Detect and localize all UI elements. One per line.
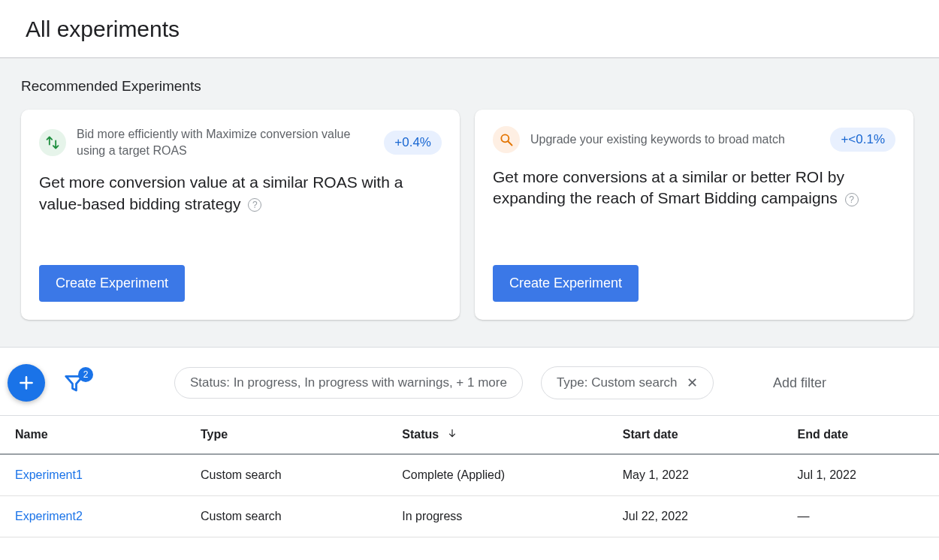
help-icon[interactable]: ? (845, 193, 859, 206)
recommended-heading: Recommended Experiments (21, 78, 918, 95)
card-description-text: Get more conversions at a similar or bet… (493, 168, 844, 206)
add-experiment-button[interactable] (8, 364, 45, 402)
experiment-name-link[interactable]: Experiment2 (0, 496, 190, 537)
card-header: Bid more efficiently with Maximize conve… (39, 126, 442, 158)
experiment-name-link[interactable]: Experiment1 (0, 454, 190, 496)
close-icon[interactable]: ✕ (687, 375, 698, 391)
card-description: Get more conversions at a similar or bet… (493, 167, 895, 209)
help-icon[interactable]: ? (248, 198, 261, 212)
search-icon (493, 126, 520, 153)
filter-chip-type-label: Type: Custom search (557, 375, 678, 390)
recommended-cards: Bid more efficiently with Maximize conve… (21, 110, 918, 320)
col-status[interactable]: Status (391, 416, 612, 455)
recommended-section: Recommended Experiments Bid more efficie… (0, 58, 939, 347)
table-row: Experiment1 Custom search Complete (Appl… (0, 454, 939, 496)
experiment-type: Custom search (190, 454, 391, 496)
card-subtitle: Upgrade your existing keywords to broad … (530, 131, 820, 148)
experiment-start: Jul 22, 2022 (612, 496, 787, 537)
uplift-badge: +<0.1% (830, 128, 895, 152)
create-experiment-button[interactable]: Create Experiment (39, 265, 185, 302)
add-filter-button[interactable]: Add filter (773, 375, 826, 391)
experiment-status: Complete (Applied) (391, 454, 612, 496)
experiment-type: Custom search (190, 496, 391, 537)
experiment-end: Jul 1, 2022 (787, 454, 939, 496)
table-row: Experiment2 Custom search In progress Ju… (0, 496, 939, 537)
svg-line-1 (509, 142, 512, 146)
card-description-text: Get more conversion value at a similar R… (39, 173, 403, 212)
swap-vert-icon (39, 129, 66, 156)
svg-point-0 (501, 134, 509, 142)
uplift-badge: +0.4% (384, 131, 442, 155)
recommendation-card: Upgrade your existing keywords to broad … (475, 110, 913, 320)
card-header: Upgrade your existing keywords to broad … (493, 126, 895, 153)
col-status-label: Status (402, 428, 439, 441)
experiment-status: In progress (391, 496, 612, 537)
filter-count-badge: 2 (78, 367, 93, 382)
recommendation-card: Bid more efficiently with Maximize conve… (21, 110, 460, 320)
filter-chip-type[interactable]: Type: Custom search ✕ (541, 366, 714, 399)
filter-chip-status-label: Status: In progress, In progress with wa… (190, 375, 507, 390)
page-title: All experiments (0, 0, 939, 57)
card-subtitle: Bid more efficiently with Maximize conve… (77, 126, 373, 158)
experiment-start: May 1, 2022 (612, 454, 787, 496)
card-description: Get more conversion value at a similar R… (39, 172, 442, 215)
arrow-down-icon (447, 428, 457, 441)
filter-button[interactable]: 2 (63, 372, 86, 394)
col-end[interactable]: End date (787, 416, 939, 455)
col-type[interactable]: Type (190, 416, 391, 455)
col-start[interactable]: Start date (612, 416, 787, 455)
experiments-table: Name Type Status Start date End date Exp… (0, 415, 939, 537)
filter-chip-status[interactable]: Status: In progress, In progress with wa… (174, 367, 523, 399)
table-toolbar: 2 Status: In progress, In progress with … (0, 347, 939, 415)
col-name[interactable]: Name (0, 416, 190, 455)
plus-icon (17, 373, 36, 393)
create-experiment-button[interactable]: Create Experiment (493, 265, 639, 302)
experiment-end: — (787, 496, 939, 537)
